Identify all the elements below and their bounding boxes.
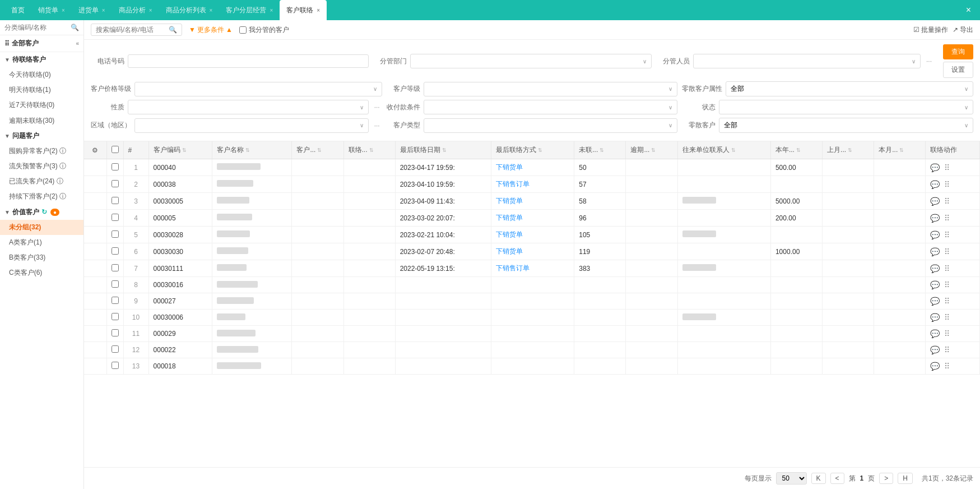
next-page-button[interactable]: > xyxy=(879,473,893,484)
contact-action-icon[interactable]: 💬 xyxy=(930,197,940,206)
row-checkbox[interactable] xyxy=(112,264,119,271)
nature-more-icon[interactable]: ··· xyxy=(372,103,382,111)
more-action-icon[interactable]: ⠿ xyxy=(944,247,950,256)
manager-select[interactable]: ∨ xyxy=(693,54,921,68)
last-method-link[interactable]: 下销货单 xyxy=(496,197,523,205)
batch-op-button[interactable]: ☑ 批量操作 xyxy=(913,25,948,35)
contact-action-icon[interactable]: 💬 xyxy=(930,362,940,371)
tab-goods-analysis[interactable]: 商品分析 × xyxy=(112,0,159,20)
row-checkbox[interactable] xyxy=(112,329,119,336)
row-checkbox[interactable] xyxy=(112,313,119,320)
tab-customer-contact[interactable]: 客户联络 × xyxy=(280,0,327,20)
contact-action-icon[interactable]: 💬 xyxy=(930,163,940,172)
code-col-header[interactable]: 客户编码⇅ xyxy=(148,141,212,159)
payment-select[interactable]: ∨ xyxy=(424,100,678,114)
sidebar-item-tomorrow-pending[interactable]: 明天待联络(1) xyxy=(0,82,83,98)
sidebar-item-class-c[interactable]: C类客户(6) xyxy=(0,265,83,280)
sidebar-group-pending[interactable]: ▼ 待联络客户 xyxy=(0,52,83,67)
tab-home[interactable]: 首页 xyxy=(4,0,31,20)
name-col-header[interactable]: 客户名称⇅ xyxy=(212,141,292,159)
contact-action-icon[interactable]: 💬 xyxy=(930,345,940,354)
settings-col-header[interactable]: ⚙ xyxy=(84,141,106,159)
sidebar-collapse-icon[interactable]: « xyxy=(76,40,79,47)
close-goods-analysis-icon[interactable]: × xyxy=(149,7,152,13)
contact-action-icon[interactable]: 💬 xyxy=(930,297,940,306)
contact-col-header[interactable]: 联络...⇅ xyxy=(343,141,395,159)
row-checkbox[interactable] xyxy=(112,297,119,304)
sidebar-all-customers[interactable]: ⠿ 全部客户 « xyxy=(0,35,83,52)
price-level-select[interactable]: ∨ xyxy=(134,82,382,96)
last-page-button[interactable]: H xyxy=(898,473,913,484)
last-method-link[interactable]: 下销货单 xyxy=(496,214,523,222)
more-action-icon[interactable]: ⠿ xyxy=(944,163,950,172)
row-checkbox[interactable] xyxy=(112,214,119,221)
sidebar-item-class-a[interactable]: A类客户(1) xyxy=(0,235,83,250)
contact-action-icon[interactable]: 💬 xyxy=(930,329,940,338)
row-checkbox[interactable] xyxy=(112,362,119,369)
contact-action-icon[interactable]: 💬 xyxy=(930,264,940,273)
close-purchase-icon[interactable]: × xyxy=(102,7,105,13)
customer-level-select[interactable]: ∨ xyxy=(424,82,678,96)
retail-attr-select[interactable]: 全部 ∨ xyxy=(726,81,973,96)
sidebar-search-icon[interactable]: 🔍 xyxy=(71,24,79,31)
row-checkbox[interactable] xyxy=(112,180,119,187)
last-month-col-header[interactable]: 上月...⇅ xyxy=(823,141,874,159)
my-customers-checkbox[interactable]: 我分管的客户 xyxy=(239,25,289,35)
row-checkbox[interactable] xyxy=(112,247,119,255)
phone-input[interactable] xyxy=(128,54,369,68)
last-date-col-header[interactable]: 最后联络日期⇅ xyxy=(395,141,491,159)
sidebar-item-abnormal[interactable]: 囤购异常客户(2) ⓘ xyxy=(0,144,83,159)
prev-page-button[interactable]: < xyxy=(830,473,844,484)
filter-search-input[interactable] xyxy=(96,26,169,34)
refresh-icon[interactable]: ↻ xyxy=(41,208,47,216)
contact-action-icon[interactable]: 💬 xyxy=(930,247,940,256)
contact-action-icon[interactable]: 💬 xyxy=(930,313,940,322)
contact-action-icon[interactable]: 💬 xyxy=(930,280,940,289)
sidebar-item-ungroup[interactable]: 未分组(32) xyxy=(0,220,83,235)
last-method-col-header[interactable]: 最后联络方式⇅ xyxy=(491,141,574,159)
row-checkbox[interactable] xyxy=(112,345,119,353)
more-action-icon[interactable]: ⠿ xyxy=(944,214,950,223)
close-goods-list-icon[interactable]: × xyxy=(210,7,213,13)
last-method-link[interactable]: 下销货单 xyxy=(496,247,523,255)
sidebar-item-churned[interactable]: 已流失客户(24) ⓘ xyxy=(0,174,83,189)
row-checkbox[interactable] xyxy=(112,197,119,204)
more-action-icon[interactable]: ⠿ xyxy=(944,264,950,273)
more-conditions-button[interactable]: ▼ 更多条件 ▲ xyxy=(189,25,233,35)
contact-action-icon[interactable]: 💬 xyxy=(930,180,940,189)
checkbox-col-header[interactable] xyxy=(106,141,123,159)
status-select[interactable]: ∨ xyxy=(719,100,973,114)
overdue-col-header[interactable]: 逾期...⇅ xyxy=(626,141,677,159)
last-method-link[interactable]: 下销售订单 xyxy=(496,264,530,272)
sidebar-item-today-pending[interactable]: 今天待联络(0) xyxy=(0,67,83,82)
more-action-icon[interactable]: ⠿ xyxy=(944,197,950,206)
export-button[interactable]: ↗ 导出 xyxy=(953,25,973,35)
close-customer-contact-icon[interactable]: × xyxy=(317,7,320,13)
nature-select[interactable]: ∨ xyxy=(128,100,369,114)
tab-sales[interactable]: 销货单 × xyxy=(31,0,72,20)
sidebar-search-input[interactable] xyxy=(4,24,68,31)
first-page-button[interactable]: K xyxy=(811,473,826,484)
last-method-link[interactable]: 下销货单 xyxy=(496,163,523,171)
sidebar-group-value[interactable]: ▼ 价值客户 ↻ ● xyxy=(0,205,83,220)
sidebar-item-7days-pending[interactable]: 近7天待联络(0) xyxy=(0,98,83,113)
sidebar-item-declining[interactable]: 持续下滑客户(2) ⓘ xyxy=(0,189,83,204)
this-month-col-header[interactable]: 本月...⇅ xyxy=(874,141,926,159)
page-size-select[interactable]: 50 100 200 xyxy=(776,472,807,485)
close-all-button[interactable]: × xyxy=(962,5,976,15)
not-contacted-col-header[interactable]: 未联...⇅ xyxy=(574,141,626,159)
tab-customer-tier[interactable]: 客户分层经营 × xyxy=(219,0,280,20)
region-more-icon[interactable]: ··· xyxy=(372,122,382,130)
more-action-icon[interactable]: ⠿ xyxy=(944,297,950,306)
tab-goods-analysis-list[interactable]: 商品分析列表 × xyxy=(159,0,220,20)
dept-select[interactable]: ∨ xyxy=(410,54,651,68)
type-col-header[interactable]: 客户...⇅ xyxy=(292,141,343,159)
sidebar-item-overdue[interactable]: 逾期未联络(30) xyxy=(0,113,83,128)
more-action-icon[interactable]: ⠿ xyxy=(944,362,950,371)
more-action-icon[interactable]: ⠿ xyxy=(944,180,950,189)
row-checkbox[interactable] xyxy=(112,280,119,288)
last-method-link[interactable]: 下销货单 xyxy=(496,230,523,238)
this-year-col-header[interactable]: 本年...⇅ xyxy=(770,141,822,159)
more-action-icon[interactable]: ⠿ xyxy=(944,345,950,354)
close-sales-icon[interactable]: × xyxy=(62,7,65,13)
